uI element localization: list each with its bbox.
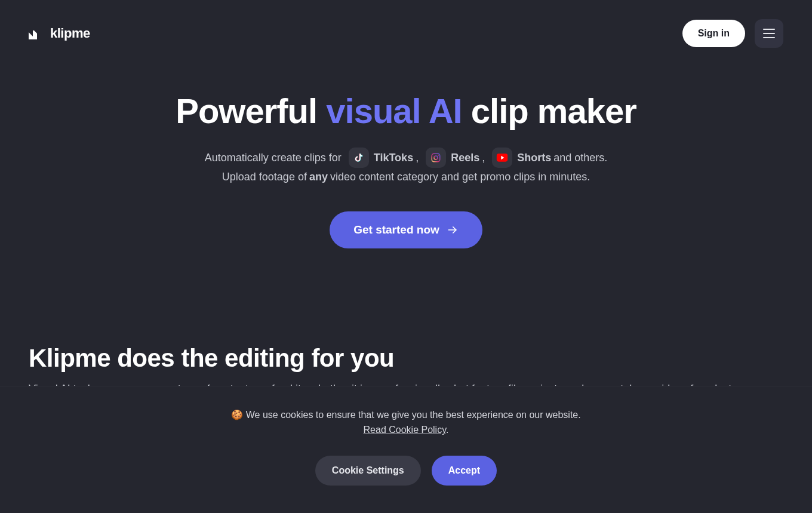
arrow-right-icon — [447, 224, 459, 236]
hero-heading-accent: visual AI — [326, 91, 462, 130]
cta-label: Get started now — [353, 223, 439, 236]
hero: Powerful visual AI clip maker Automatica… — [0, 67, 812, 248]
menu-button[interactable] — [755, 19, 783, 48]
hero-subtitle: Automatically create clips for TikToks, — [0, 148, 812, 186]
header: klipme Sign in — [0, 0, 812, 67]
hero-subtitle-line2: Upload footage of any video content cate… — [0, 168, 812, 186]
cookie-policy-link[interactable]: Read Cookie Policy — [364, 425, 446, 435]
tiktok-icon — [349, 148, 369, 168]
brand-mark-icon — [29, 27, 45, 39]
cookie-emoji-icon: 🍪 — [231, 410, 243, 420]
reels-label: Reels — [451, 149, 479, 167]
instagram-icon — [426, 148, 446, 168]
tiktok-label: TikToks — [374, 149, 413, 167]
signin-button[interactable]: Sign in — [682, 20, 745, 47]
header-actions: Sign in — [682, 19, 783, 48]
svg-point-1 — [434, 156, 438, 159]
shorts-label: Shorts — [517, 149, 551, 167]
cookie-text: 🍪 We use cookies to ensure that we give … — [0, 408, 812, 438]
cookie-settings-button[interactable]: Cookie Settings — [315, 456, 421, 486]
cookie-accept-button[interactable]: Accept — [432, 456, 497, 486]
hero-subtitle-line1: Automatically create clips for TikToks, — [0, 148, 812, 168]
brand-name: klipme — [50, 26, 90, 41]
svg-rect-0 — [432, 153, 440, 162]
hamburger-icon — [763, 29, 775, 30]
hero-heading: Powerful visual AI clip maker — [0, 91, 812, 131]
svg-point-2 — [438, 155, 439, 156]
section-editing-title: Klipme does the editing for you — [29, 344, 783, 373]
cookie-actions: Cookie Settings Accept — [0, 456, 812, 486]
cookie-banner: 🍪 We use cookies to ensure that we give … — [0, 386, 812, 513]
brand-logo[interactable]: klipme — [29, 26, 90, 41]
youtube-icon — [492, 148, 512, 168]
get-started-button[interactable]: Get started now — [330, 211, 482, 248]
